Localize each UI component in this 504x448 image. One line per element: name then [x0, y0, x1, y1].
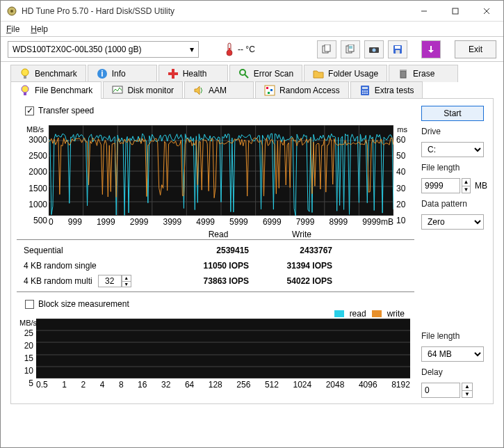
random-icon	[264, 85, 275, 96]
copy-info-button[interactable]	[317, 40, 336, 58]
app-icon	[6, 6, 17, 17]
result-read: 2539415	[177, 246, 260, 255]
axis-tick: 50	[396, 151, 410, 161]
delay-input[interactable]	[421, 383, 460, 398]
tab-label: Disk monitor	[127, 86, 174, 95]
window-title: HD Tune Pro 5.70 - Hard Disk/SSD Utility	[22, 6, 408, 16]
titlebar: HD Tune Pro 5.70 - Hard Disk/SSD Utility	[1, 1, 503, 22]
exit-button[interactable]: Exit	[455, 40, 496, 58]
axis-tick: 2	[81, 380, 86, 390]
legend-read-swatch	[334, 310, 344, 317]
transfer-speed-chart: MB/s ms 30002500200015001000500 60504030…	[17, 125, 414, 227]
svg-rect-29	[400, 70, 407, 71]
drive-letter-select[interactable]: C:	[421, 142, 484, 157]
check-icon: ✓	[25, 106, 34, 115]
temperature-value: -- °C	[238, 45, 255, 54]
chart1-yunit-left: MB/s	[26, 125, 44, 134]
axis-tick: 64	[185, 380, 194, 390]
menu-help[interactable]: Help	[31, 24, 48, 34]
axis-tick: 20	[396, 200, 410, 209]
threads-stepper[interactable]: ▲▼	[98, 275, 131, 287]
transfer-speed-checkbox[interactable]: ✓ Transfer speed	[25, 106, 414, 115]
delay-stepper[interactable]: ▲▼	[421, 383, 487, 398]
drive-select[interactable]: WDS100T2X0C-00L350 (1000 gB) ▾	[8, 41, 199, 58]
axis-tick: 8	[119, 380, 124, 390]
results-hdr-read: Read	[177, 230, 260, 239]
close-button[interactable]	[471, 1, 502, 21]
axis-tick: 256	[236, 380, 250, 390]
tab-label: Extra tests	[375, 86, 414, 95]
axis-tick: 8999	[329, 217, 348, 227]
data-pattern-select[interactable]: Zero	[421, 214, 484, 230]
options-button[interactable]	[421, 40, 441, 58]
stepper-buttons[interactable]: ▲▼	[462, 178, 471, 193]
stepper-buttons[interactable]: ▲▼	[462, 383, 473, 398]
side-panel: Start Drive C: File length ▲▼ MB Data pa…	[421, 104, 487, 398]
chart1-x-axis: 0999199929993999499959996999799989999999…	[49, 217, 393, 227]
axis-tick: 1999	[97, 217, 115, 227]
tab-erase[interactable]: Erase	[389, 65, 458, 82]
axis-tick: 15	[19, 353, 33, 363]
svg-rect-8	[229, 48, 230, 52]
result-label: 4 KB random multi	[24, 276, 92, 286]
svg-point-41	[366, 90, 368, 92]
svg-rect-3	[453, 8, 458, 14]
file-length-label: File length	[421, 163, 487, 173]
tab-info[interactable]: iInfo	[88, 65, 157, 82]
copy-text-button[interactable]	[341, 40, 360, 58]
block-size-label: Block size measurement	[38, 299, 129, 309]
tab-extra-tests[interactable]: Extra tests	[350, 81, 423, 99]
axis-tick: 512	[265, 380, 279, 390]
file-length-stepper[interactable]: ▲▼ MB	[421, 178, 487, 193]
calc-icon	[359, 85, 371, 96]
start-button[interactable]: Start	[421, 106, 484, 121]
tab-label: Erase	[413, 69, 434, 79]
result-write: 31394 IOPS	[260, 261, 343, 271]
tab-file-benchmark[interactable]: File Benchmark	[10, 81, 101, 99]
tab-aam[interactable]: AAM	[184, 81, 254, 99]
axis-tick: 0	[49, 217, 54, 227]
tab-benchmark[interactable]: Benchmark	[10, 65, 86, 82]
svg-point-42	[362, 93, 364, 94]
minimize-button[interactable]	[408, 1, 439, 21]
block-size-checkbox[interactable]: Block size measurement	[25, 299, 414, 309]
tab-disk-monitor[interactable]: Disk monitor	[103, 81, 183, 99]
svg-point-30	[22, 86, 29, 93]
axis-tick: 7999	[296, 217, 315, 227]
svg-rect-38	[362, 87, 368, 89]
temperature-display: -- °C	[220, 42, 259, 56]
screenshot-button[interactable]	[364, 40, 384, 58]
save-button[interactable]	[388, 40, 407, 58]
threads-input[interactable]	[98, 275, 122, 287]
menu-file[interactable]: File	[6, 24, 19, 34]
svg-point-16	[373, 48, 376, 51]
info-icon: i	[97, 68, 108, 79]
tab-folder-usage[interactable]: Folder Usage	[304, 65, 387, 82]
tab-error-scan[interactable]: Error Scan	[229, 65, 302, 82]
monitor-icon	[112, 85, 123, 96]
axis-tick: 128	[209, 380, 222, 390]
svg-point-20	[22, 69, 29, 76]
axis-tick: 3000	[25, 135, 47, 145]
axis-tick: 1000	[25, 200, 47, 209]
legend-write-label: write	[387, 309, 405, 319]
tab-health[interactable]: Health	[158, 65, 228, 82]
axis-tick: 4	[100, 380, 105, 390]
tab-random-access[interactable]: Random Access	[255, 81, 349, 99]
chevron-down-icon: ▾	[190, 45, 194, 54]
axis-tick: 20	[19, 341, 33, 351]
svg-rect-18	[395, 46, 400, 49]
maximize-button[interactable]	[439, 1, 471, 21]
result-write: 54022 IOPS	[260, 276, 343, 286]
bulb-alt-icon	[19, 85, 31, 96]
file-length-input[interactable]	[421, 178, 460, 193]
tab-label: Benchmark	[35, 69, 77, 79]
svg-rect-36	[268, 92, 270, 94]
file-length2-select[interactable]: 64 MB	[421, 346, 484, 362]
checkbox-empty-icon	[25, 300, 34, 309]
result-label: Sequential	[24, 246, 63, 255]
legend-write-swatch	[372, 310, 382, 317]
chart2-plot: read write	[36, 319, 410, 378]
axis-tick: 10	[19, 366, 33, 376]
svg-text:i: i	[101, 69, 103, 79]
